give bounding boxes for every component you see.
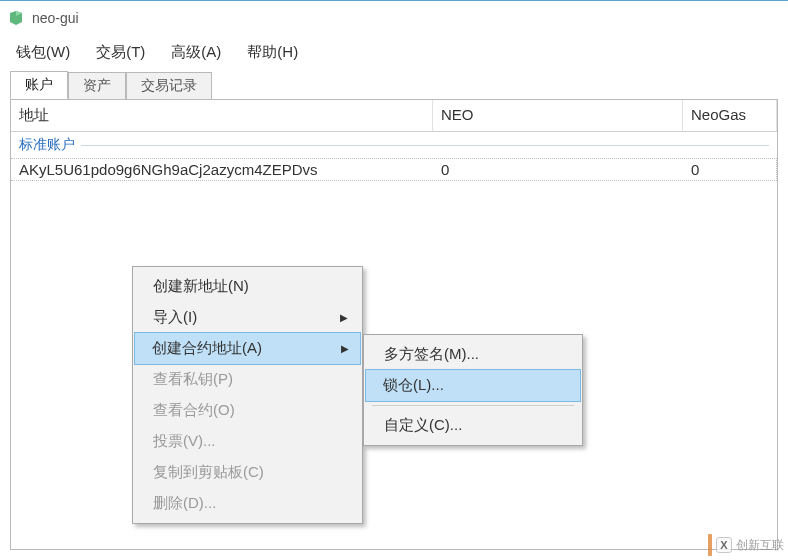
cm-item-custom[interactable]: 自定义(C)... — [366, 410, 580, 441]
tab-strip: 账户 资产 交易记录 — [0, 69, 788, 99]
account-group-standard: 标准账户 — [11, 132, 777, 158]
cm-label: 投票(V)... — [153, 432, 216, 451]
cm-item-import[interactable]: 导入(I) ▶ — [135, 302, 360, 333]
watermark: X 创新互联 — [708, 534, 784, 556]
table-row[interactable]: AKyL5U61pdo9g6NGh9aCj2azycm4ZEPDvs 0 0 — [11, 158, 777, 181]
menu-help[interactable]: 帮助(H) — [247, 43, 298, 62]
cm-item-lock[interactable]: 锁仓(L)... — [365, 369, 581, 402]
cm-label: 多方签名(M)... — [384, 345, 479, 364]
table-header: 地址 NEO NeoGas — [11, 100, 777, 132]
cm-item-create-contract-address[interactable]: 创建合约地址(A) ▶ — [134, 332, 361, 365]
cell-neogas: 0 — [683, 159, 776, 180]
watermark-x-icon: X — [716, 537, 732, 553]
tab-accounts[interactable]: 账户 — [10, 71, 68, 99]
menu-advanced[interactable]: 高级(A) — [171, 43, 221, 62]
cm-label: 复制到剪贴板(C) — [153, 463, 264, 482]
context-menu-main: 创建新地址(N) 导入(I) ▶ 创建合约地址(A) ▶ 查看私钥(P) 查看合… — [132, 266, 363, 524]
cm-label: 创建合约地址(A) — [152, 339, 262, 358]
col-neo[interactable]: NEO — [433, 100, 683, 131]
cm-label: 查看合约(O) — [153, 401, 235, 420]
submenu-arrow-icon: ▶ — [341, 343, 349, 354]
cm-item-view-private-key: 查看私钥(P) — [135, 364, 360, 395]
cm-item-vote: 投票(V)... — [135, 426, 360, 457]
context-menu-contract-submenu: 多方签名(M)... 锁仓(L)... 自定义(C)... — [363, 334, 583, 446]
menu-transaction[interactable]: 交易(T) — [96, 43, 145, 62]
watermark-text: 创新互联 — [736, 537, 784, 554]
cell-neo: 0 — [433, 159, 683, 180]
group-label: 标准账户 — [19, 136, 75, 154]
menu-bar: 钱包(W) 交易(T) 高级(A) 帮助(H) — [0, 35, 788, 69]
cm-item-view-contract: 查看合约(O) — [135, 395, 360, 426]
cm-label: 导入(I) — [153, 308, 197, 327]
watermark-bar-icon — [708, 534, 712, 556]
group-divider — [81, 145, 769, 146]
cm-item-new-address[interactable]: 创建新地址(N) — [135, 271, 360, 302]
app-window: neo-gui 钱包(W) 交易(T) 高级(A) 帮助(H) 账户 资产 交易… — [0, 0, 788, 560]
cm-item-multisig[interactable]: 多方签名(M)... — [366, 339, 580, 370]
menu-wallet[interactable]: 钱包(W) — [16, 43, 70, 62]
cm-item-delete: 删除(D)... — [135, 488, 360, 519]
neo-logo-icon — [8, 10, 24, 26]
table-body: AKyL5U61pdo9g6NGh9aCj2azycm4ZEPDvs 0 0 — [11, 158, 777, 181]
window-title: neo-gui — [32, 10, 79, 26]
cm-label: 删除(D)... — [153, 494, 216, 513]
cm-label: 锁仓(L)... — [383, 376, 444, 395]
accounts-panel: 地址 NEO NeoGas 标准账户 AKyL5U61pdo9g6NGh9aCj… — [10, 99, 778, 550]
menu-separator — [372, 405, 574, 406]
col-neogas[interactable]: NeoGas — [683, 100, 777, 131]
cell-address: AKyL5U61pdo9g6NGh9aCj2azycm4ZEPDvs — [11, 159, 433, 180]
title-bar: neo-gui — [0, 1, 788, 35]
cm-label: 自定义(C)... — [384, 416, 462, 435]
tab-assets[interactable]: 资产 — [68, 72, 126, 99]
cm-item-copy-clipboard: 复制到剪贴板(C) — [135, 457, 360, 488]
tab-tx-history[interactable]: 交易记录 — [126, 72, 212, 99]
col-address[interactable]: 地址 — [11, 100, 433, 131]
cm-label: 创建新地址(N) — [153, 277, 249, 296]
cm-label: 查看私钥(P) — [153, 370, 233, 389]
submenu-arrow-icon: ▶ — [340, 312, 348, 323]
